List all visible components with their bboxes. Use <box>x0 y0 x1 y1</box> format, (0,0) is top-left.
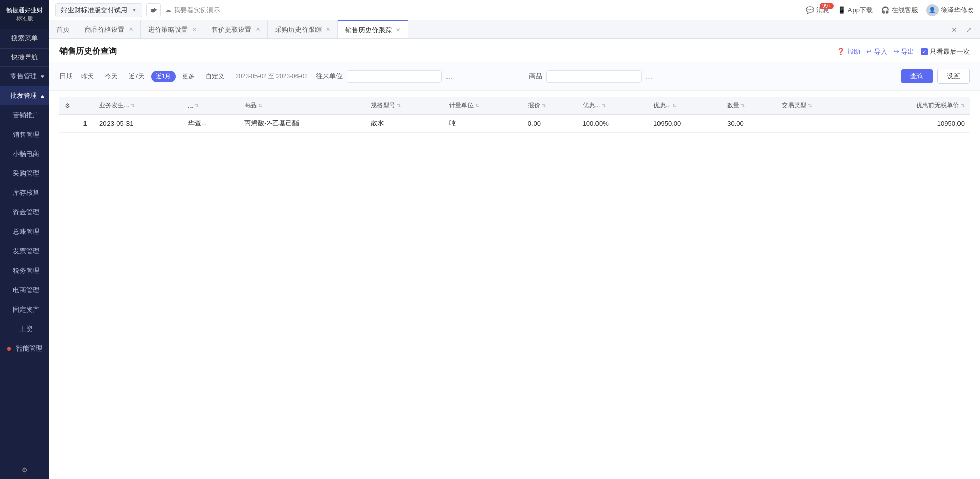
sort-icon: ⇅ <box>131 103 135 108</box>
page-area: 销售历史价查询 ❓ 帮助 ↩ 导入 ↪ 导出 ✓ 只看最后一次 <box>49 39 980 479</box>
product-picker-btn[interactable]: ... <box>646 72 652 81</box>
cell-col3: 华查... <box>183 115 239 133</box>
version-selector[interactable]: 好业财标准版交付试用 ▼ <box>55 3 142 17</box>
tab-home[interactable]: 首页 <box>49 20 77 39</box>
sidebar: 畅捷通好业财 标准版 搜索菜单 快捷导航 零售管理 ▼ 批发管理 ▲ 营销推广 … <box>0 0 49 479</box>
only-last-checkbox[interactable]: ✓ 只看最后一次 <box>921 47 970 56</box>
sidebar-quick-nav[interactable]: 快捷导航 <box>0 49 49 67</box>
tab-purchase-history[interactable]: 采购历史价跟踪 ✕ <box>268 20 338 39</box>
tabs-controls: ✕ ⤢ <box>943 23 980 37</box>
sidebar-item-smart[interactable]: 智能管理 <box>0 339 49 358</box>
headset-icon: 🎧 <box>881 6 889 14</box>
tab-price-settings[interactable]: 商品价格设置 ✕ <box>77 20 141 39</box>
sidebar-search[interactable]: 搜索菜单 <box>0 29 49 49</box>
source-unit-filter: 往来单位 ... <box>316 70 521 83</box>
sidebar-item-sales[interactable]: 销售管理 <box>0 125 49 144</box>
sort-icon: ⇅ <box>397 103 401 108</box>
date-btn-more[interactable]: 更多 <box>178 71 199 82</box>
date-btn-yesterday[interactable]: 昨天 <box>77 71 98 82</box>
demo-link[interactable]: ☁ 我要看实例演示 <box>165 6 220 15</box>
demo-icon: ☁ <box>165 6 172 14</box>
gear-icon: ⚙ <box>22 466 28 474</box>
th-transaction-type[interactable]: 交易类型 ⇅ <box>777 97 855 115</box>
cell-gear <box>59 115 76 133</box>
chevron-down-icon: ▼ <box>40 74 45 79</box>
th-product[interactable]: 商品 ⇅ <box>239 97 365 115</box>
table-body: 1 2023-05-31 华查... 丙烯酸-2-乙基己酯 散水 吨 0.00 … <box>59 115 970 133</box>
tab-price-extract[interactable]: 售价提取设置 ✕ <box>204 20 268 39</box>
sidebar-item-wholesale[interactable]: 批发管理 ▲ <box>0 86 49 105</box>
sort-icon: ⇅ <box>602 103 606 108</box>
query-button[interactable]: 查询 <box>901 69 933 83</box>
tab-maximize-btn[interactable]: ⤢ <box>962 23 976 37</box>
sidebar-item-finance[interactable]: 资金管理 <box>0 203 49 222</box>
th-col3[interactable]: ... ⇅ <box>183 97 239 115</box>
table-row: 1 2023-05-31 华查... 丙烯酸-2-乙基己酯 散水 吨 0.00 … <box>59 115 970 133</box>
online-service-btn[interactable]: 🎧 在线客服 <box>881 6 918 15</box>
tab-purchase-strategy[interactable]: 进价策略设置 ✕ <box>141 20 204 39</box>
import-icon: ↩ <box>866 48 872 55</box>
date-btn-last7[interactable]: 近7天 <box>124 71 149 82</box>
sort-icon: ⇅ <box>258 103 262 108</box>
topbar-right: 💬 消息 99+ 📱 App下载 🎧 在线客服 👤 徐泽华修改 <box>806 4 974 16</box>
sidebar-item-marketing[interactable]: 营销推广 <box>0 105 49 125</box>
table-gear-icon[interactable]: ⚙ <box>65 102 70 110</box>
sort-icon: ⇅ <box>672 103 676 108</box>
sidebar-item-accounting[interactable]: 总账管理 <box>0 222 49 242</box>
th-price[interactable]: 报价 ⇅ <box>523 97 578 115</box>
import-btn[interactable]: ↩ 导入 <box>866 47 887 56</box>
sidebar-item-ecommerce-small[interactable]: 小畅电商 <box>0 144 49 164</box>
source-unit-input[interactable] <box>347 70 442 83</box>
app-download-btn[interactable]: 📱 App下载 <box>838 6 873 15</box>
tab-close-current-btn[interactable]: ✕ <box>947 23 962 37</box>
export-btn[interactable]: ↪ 导出 <box>893 47 914 56</box>
page-title: 销售历史价查询 <box>59 46 117 57</box>
sidebar-item-assets[interactable]: 固定资产 <box>0 300 49 319</box>
tab-close-purchase-strategy[interactable]: ✕ <box>192 26 197 33</box>
th-quantity[interactable]: 数量 ⇅ <box>722 97 777 115</box>
product-input[interactable] <box>546 70 642 83</box>
tab-close-price-extract[interactable]: ✕ <box>255 26 260 33</box>
sidebar-item-ecommerce[interactable]: 电商管理 <box>0 280 49 300</box>
th-discount2[interactable]: 优惠... ⇅ <box>648 97 722 115</box>
sidebar-item-purchase[interactable]: 采购管理 <box>0 164 49 183</box>
settings-button[interactable]: 设置 <box>937 69 970 84</box>
sort-icon: ⇅ <box>475 103 479 108</box>
page-header-actions: ❓ 帮助 ↩ 导入 ↪ 导出 ✓ 只看最后一次 <box>837 47 970 56</box>
source-unit-picker-btn[interactable]: ... <box>446 72 453 81</box>
tab-sales-history[interactable]: 销售历史价跟踪 ✕ <box>338 20 408 39</box>
sort-icon: ⇅ <box>961 103 965 108</box>
tab-close-sales-history[interactable]: ✕ <box>396 27 400 33</box>
th-spec[interactable]: 规格型号 ⇅ <box>366 97 444 115</box>
tab-close-price-settings[interactable]: ✕ <box>129 26 133 33</box>
th-pretax-price[interactable]: 优惠前无税单价 ⇅ <box>856 97 970 115</box>
sidebar-item-payroll[interactable]: 工资 <box>0 319 49 339</box>
chevron-up-icon: ▲ <box>40 93 45 99</box>
filter-date-group: 日期 昨天 今天 近7天 近1月 更多 自定义 2023-05-02 至 202… <box>59 71 308 82</box>
sidebar-item-tax[interactable]: 税务管理 <box>0 261 49 280</box>
table-area: ⚙ 业务发生... ⇅ ... ⇅ <box>49 97 980 143</box>
sidebar-settings[interactable]: ⚙ <box>0 461 49 479</box>
th-discount1[interactable]: 优惠... ⇅ <box>578 97 649 115</box>
sidebar-item-retail[interactable]: 零售管理 ▼ <box>0 67 49 86</box>
date-btn-custom[interactable]: 自定义 <box>201 71 229 82</box>
message-btn[interactable]: 💬 消息 99+ <box>806 6 829 15</box>
th-business-date[interactable]: 业务发生... ⇅ <box>94 97 183 115</box>
sort-icon: ⇅ <box>542 103 546 108</box>
date-btn-today[interactable]: 今天 <box>100 71 122 82</box>
date-btn-last1m[interactable]: 近1月 <box>151 71 176 82</box>
data-table: ⚙ 业务发生... ⇅ ... ⇅ <box>59 97 970 133</box>
tabs-bar: 首页 商品价格设置 ✕ 进价策略设置 ✕ 售价提取设置 ✕ 采购历史价跟踪 ✕ … <box>49 20 980 39</box>
message-badge: 99+ <box>820 3 834 9</box>
tab-close-purchase-history[interactable]: ✕ <box>326 26 330 33</box>
sidebar-item-inventory[interactable]: 库存核算 <box>0 183 49 203</box>
settings-icon-btn[interactable] <box>146 3 161 17</box>
export-icon: ↪ <box>893 48 899 55</box>
help-btn[interactable]: ❓ 帮助 <box>837 47 860 56</box>
cell-pretax-price: 10950.00 <box>856 115 970 133</box>
sidebar-item-invoice[interactable]: 发票管理 <box>0 242 49 261</box>
topbar-left: 好业财标准版交付试用 ▼ ☁ 我要看实例演示 <box>55 3 220 17</box>
user-menu-btn[interactable]: 👤 徐泽华修改 <box>926 4 974 16</box>
th-unit[interactable]: 计量单位 ⇅ <box>444 97 522 115</box>
cell-transaction-type <box>777 115 855 133</box>
